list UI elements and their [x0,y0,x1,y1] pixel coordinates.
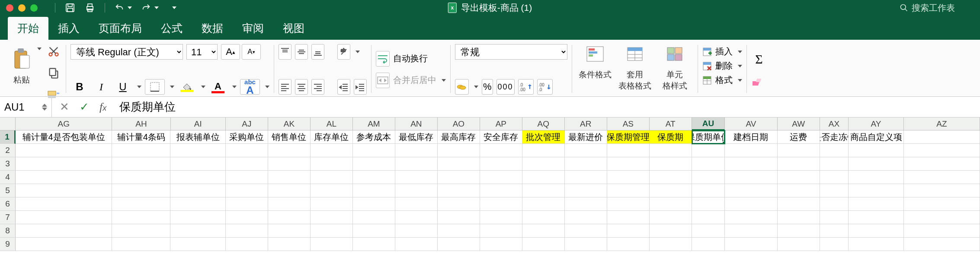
cell[interactable] [650,211,692,224]
cell[interactable] [170,211,225,224]
cell[interactable] [438,157,480,171]
increase-decimal-button[interactable]: .0.00 [518,79,534,95]
tab-view[interactable]: 视图 [273,17,314,40]
cell[interactable] [226,224,268,238]
cell[interactable] [904,144,980,157]
cell[interactable] [778,171,820,184]
column-header[interactable]: AI [171,118,226,130]
cell[interactable]: 辅计量4是否包装单位 [16,130,112,144]
cell[interactable] [904,211,980,224]
cell[interactable] [226,184,268,197]
cell[interactable] [438,197,480,211]
paste-dropdown-icon[interactable] [37,48,42,50]
cell[interactable] [480,224,522,238]
formula-input[interactable] [114,100,980,114]
cell[interactable] [480,144,522,157]
cell[interactable] [607,238,650,251]
cell[interactable] [778,157,820,171]
cell[interactable] [778,184,820,197]
cell[interactable] [311,171,353,184]
cells-area[interactable]: 辅计量4是否包装单位辅计量4条码报表辅单位采购单位销售单位库存单位参考成本最低库… [16,130,980,251]
row-header[interactable]: 8 [0,224,16,238]
decrease-decimal-button[interactable]: .00.0 [537,79,553,95]
cell[interactable] [480,184,522,197]
tab-data[interactable]: 数据 [192,17,233,40]
cell[interactable] [480,238,522,251]
cell[interactable] [395,144,438,157]
cell[interactable] [820,211,849,224]
cell[interactable] [565,171,607,184]
merge-dropdown-icon[interactable] [442,79,446,82]
cell[interactable] [820,197,849,211]
row-header[interactable]: 3 [0,157,16,171]
align-bottom-button[interactable] [311,44,324,60]
cell[interactable] [607,171,650,184]
cell[interactable] [16,144,112,157]
cell[interactable] [650,238,692,251]
tab-review[interactable]: 审阅 [233,17,273,40]
column-headers[interactable]: AGAHAIAJAKALAMANAOAPAQARASATAUAVAWAXAYAZ [16,118,980,130]
cell[interactable] [849,144,903,157]
cell[interactable] [692,211,725,224]
cell[interactable] [778,224,820,238]
column-header[interactable]: AM [353,118,395,130]
cell[interactable] [226,171,268,184]
cell[interactable] [849,157,903,171]
cell[interactable] [16,171,112,184]
cell[interactable] [692,224,725,238]
column-header[interactable]: AV [725,118,777,130]
cell[interactable] [778,144,820,157]
cell[interactable]: 销售单位 [268,130,311,144]
cell[interactable] [395,157,438,171]
cell[interactable] [311,184,353,197]
cell[interactable] [480,197,522,211]
cell[interactable] [904,130,980,144]
cell[interactable] [16,211,112,224]
cell[interactable] [565,197,607,211]
zoom-window-button[interactable] [30,4,38,12]
delete-cells-button[interactable]: 删除 [702,60,742,72]
row-header[interactable]: 1 [0,130,16,144]
row-header[interactable]: 6 [0,197,16,211]
cell[interactable] [311,238,353,251]
cell[interactable] [692,184,725,197]
cell[interactable] [565,224,607,238]
underline-button[interactable]: U [114,79,132,95]
cell[interactable] [438,224,480,238]
align-top-button[interactable] [279,44,291,60]
currency-dropdown-icon[interactable] [474,86,478,88]
cell[interactable] [353,157,395,171]
undo-icon[interactable] [115,3,132,13]
fx-icon[interactable]: fx [99,101,106,114]
cell[interactable] [353,211,395,224]
cell[interactable] [820,224,849,238]
cell[interactable]: 辅计量4条码 [112,130,170,144]
cell[interactable] [112,211,170,224]
cell[interactable] [112,184,170,197]
cell[interactable] [353,184,395,197]
column-header[interactable]: AU [692,118,725,130]
cell[interactable] [395,238,438,251]
cell[interactable] [16,184,112,197]
cell[interactable]: 保质期管理 [607,130,650,144]
save-icon[interactable] [65,3,75,13]
percent-button[interactable]: % [482,79,493,95]
italic-button[interactable]: I [92,79,110,95]
cell[interactable] [849,211,903,224]
cell[interactable] [480,171,522,184]
cell[interactable]: 采购单位 [226,130,268,144]
increase-font-button[interactable]: A▴ [221,44,240,60]
font-name-select[interactable]: 等线 Regular (正文) [70,44,183,60]
cell[interactable] [820,157,849,171]
cell[interactable] [778,197,820,211]
cell[interactable] [353,224,395,238]
cell[interactable]: 批次管理 [522,130,565,144]
cell[interactable] [607,224,650,238]
cell[interactable]: 最高库存 [438,130,480,144]
cell[interactable] [112,144,170,157]
cell[interactable] [112,238,170,251]
column-header[interactable]: AQ [522,118,565,130]
cell[interactable]: 商品自定义项 [849,130,903,144]
align-left-button[interactable] [279,79,291,95]
cell[interactable] [522,197,565,211]
